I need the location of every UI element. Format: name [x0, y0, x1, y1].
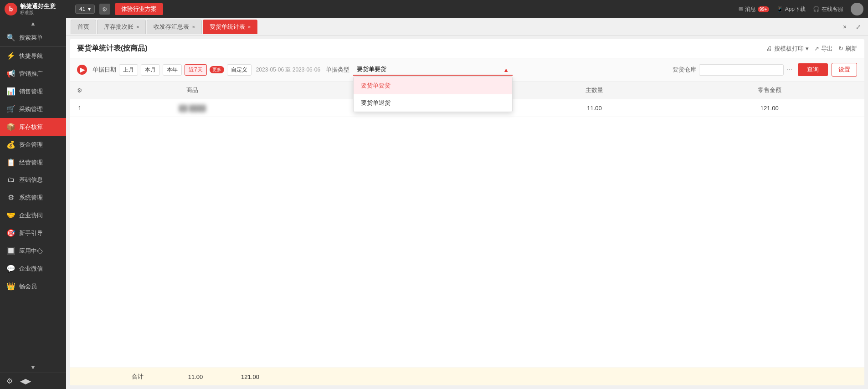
sidebar-item-inventory[interactable]: 📦 库存核算	[0, 118, 66, 136]
sidebar-item-sales[interactable]: 📊 销售管理	[0, 82, 66, 100]
cell-amount[interactable]: 121.00	[675, 99, 865, 117]
close-inventory-batch-icon[interactable]: ×	[136, 24, 139, 30]
message-button[interactable]: ✉ 消息 99+	[739, 5, 769, 13]
print-label: 按模板打印	[774, 45, 804, 53]
sidebar-item-label: 采购管理	[19, 105, 43, 113]
close-requisition-icon[interactable]: ×	[248, 24, 251, 30]
sidebar-item-marketing[interactable]: 📢 营销推广	[0, 65, 66, 82]
sidebar-item-wechat[interactable]: 💬 企业微信	[0, 260, 66, 277]
table-wrapper: ⚙ 商品 主计量单位 主数量 零售金额 1 ██ ████	[70, 82, 864, 368]
sidebar-toggle-icon[interactable]: ◀▶	[20, 377, 31, 385]
tab-requisition-label: 要货单统计表	[210, 23, 245, 31]
date-more-badge[interactable]: 更多	[210, 66, 224, 73]
tab-home[interactable]: 首页	[71, 20, 96, 34]
sidebar-item-search[interactable]: 🔍 搜索菜单	[0, 29, 66, 47]
date-custom-button[interactable]: 自定义	[227, 64, 252, 76]
sidebar-item-finance[interactable]: 💰 资金管理	[0, 136, 66, 154]
sidebar-bottom: ⚙ ◀▶	[0, 373, 66, 389]
date-last-7days-button[interactable]: 近7天	[185, 64, 207, 76]
download-icon: 📱	[776, 6, 783, 12]
cell-quantity[interactable]: 11.00	[514, 99, 674, 117]
sidebar-item-member[interactable]: 👑 畅会员	[0, 277, 66, 295]
chevron-down-icon: ▾	[88, 6, 91, 12]
sidebar-item-enterprise[interactable]: 🤝 企业协同	[0, 206, 66, 224]
settings-gear-button[interactable]: ⚙	[99, 4, 110, 15]
sidebar: ▲ 🔍 搜索菜单 ⚡ 快捷导航 📢 营销推广 📊 销售管理 🛒 采购管理	[0, 18, 66, 389]
sidebar-item-system[interactable]: ⚙ 系统管理	[0, 189, 66, 206]
print-template-button[interactable]: 🖨 按模板打印 ▾	[766, 45, 809, 53]
wechat-icon: 💬	[6, 264, 15, 273]
app-download-button[interactable]: 📱 App下载	[776, 5, 806, 13]
purchase-icon: 🛒	[6, 105, 15, 113]
message-icon: ✉	[739, 6, 743, 12]
app-center-icon: 🔲	[6, 246, 15, 255]
footer-label: 合计	[77, 373, 168, 381]
store-selector[interactable]: 41 ▾	[75, 5, 95, 14]
date-this-year-button[interactable]: 本年	[163, 64, 182, 76]
filter-actions: 查询 设置	[798, 63, 857, 77]
page-actions: 🖨 按模板打印 ▾ ↗ 导出 ↻ 刷新	[766, 45, 857, 53]
sidebar-item-label: 新手引导	[19, 229, 43, 237]
date-this-month-button[interactable]: 本月	[141, 64, 160, 76]
marketing-icon: 📢	[6, 69, 15, 78]
type-select-input[interactable]	[353, 64, 513, 76]
dropdown-item-return[interactable]: 要货单退货	[354, 94, 512, 112]
tab-inventory-batch-label: 库存批次账	[104, 23, 134, 31]
date-range-display: 2023-05-06 至 2023-06-06	[256, 66, 320, 74]
service-icon: 🎧	[813, 6, 820, 12]
close-all-tabs-button[interactable]: ×	[840, 22, 850, 32]
col-settings[interactable]: ⚙	[70, 82, 90, 99]
refresh-icon: ↻	[838, 45, 843, 52]
col-quantity: 主数量	[514, 82, 674, 99]
close-receive-send-icon[interactable]: ×	[192, 24, 195, 30]
sidebar-item-label: 企业协同	[19, 211, 43, 220]
guide-icon: 🎯	[6, 229, 15, 237]
app-version: 标准版	[20, 10, 56, 15]
warehouse-more-icon[interactable]: ···	[786, 66, 792, 74]
warehouse-filter-label: 要货仓库	[673, 66, 696, 74]
sidebar-item-quick-nav[interactable]: ⚡ 快捷导航	[0, 47, 66, 65]
refresh-label: 刷新	[845, 45, 857, 53]
query-button[interactable]: 查询	[798, 63, 828, 76]
sidebar-item-app-center[interactable]: 🔲 应用中心	[0, 242, 66, 260]
member-icon: 👑	[6, 282, 15, 291]
tab-requisition[interactable]: 要货单统计表 ×	[203, 20, 257, 34]
trial-button[interactable]: 体验行业方案	[115, 3, 163, 15]
sidebar-scroll-down[interactable]: ▼	[0, 362, 66, 373]
filter-expand-button[interactable]: ▶	[77, 65, 87, 75]
tab-receive-send[interactable]: 收发存汇总表 ×	[147, 20, 201, 34]
sidebar-scroll-up[interactable]: ▲	[0, 18, 66, 29]
sidebar-item-guide[interactable]: 🎯 新手引导	[0, 224, 66, 242]
export-icon: ↗	[814, 45, 819, 52]
col-product: 商品	[90, 82, 295, 99]
sidebar-item-operations[interactable]: 📋 经营管理	[0, 154, 66, 171]
finance-icon: 💰	[6, 140, 15, 149]
type-filter-group: 单据类型 ▲ 要货单要货 要货单退货	[326, 64, 667, 76]
online-service-button[interactable]: 🎧 在线客服	[813, 5, 843, 13]
filter-settings-button[interactable]: 设置	[832, 63, 857, 77]
footer-quantity: 11.00	[168, 374, 223, 380]
type-filter-label: 单据类型	[326, 66, 349, 74]
basic-info-icon: 🗂	[6, 176, 15, 184]
page-content: 要货单统计表(按商品) 🖨 按模板打印 ▾ ↗ 导出 ↻ 刷新	[70, 39, 864, 385]
sidebar-scroll: 🔍 搜索菜单 ⚡ 快捷导航 📢 营销推广 📊 销售管理 🛒 采购管理 📦	[0, 29, 66, 362]
warehouse-select-input[interactable]	[699, 64, 784, 76]
export-button[interactable]: ↗ 导出	[814, 45, 833, 53]
dropdown-item-requisition[interactable]: 要货单要货	[354, 77, 512, 94]
sidebar-item-purchase[interactable]: 🛒 采购管理	[0, 100, 66, 118]
avatar[interactable]	[851, 3, 863, 15]
sidebar-item-basic-info[interactable]: 🗂 基础信息	[0, 171, 66, 189]
footer-total-label: 合计	[132, 373, 144, 380]
sidebar-settings-icon[interactable]: ⚙	[6, 377, 13, 385]
col-amount: 零售金额	[675, 82, 865, 99]
enterprise-icon: 🤝	[6, 211, 15, 220]
logo-icon: b	[5, 3, 17, 15]
tab-inventory-batch[interactable]: 库存批次账 ×	[97, 20, 146, 34]
date-last-month-button[interactable]: 上月	[119, 64, 138, 76]
refresh-button[interactable]: ↻ 刷新	[838, 45, 857, 53]
footer-amount: 121.00	[223, 374, 277, 380]
system-icon: ⚙	[6, 193, 15, 202]
sidebar-item-label: 快捷导航	[19, 52, 43, 60]
expand-tab-button[interactable]: ⤢	[853, 22, 863, 32]
message-badge: 99+	[758, 6, 769, 12]
